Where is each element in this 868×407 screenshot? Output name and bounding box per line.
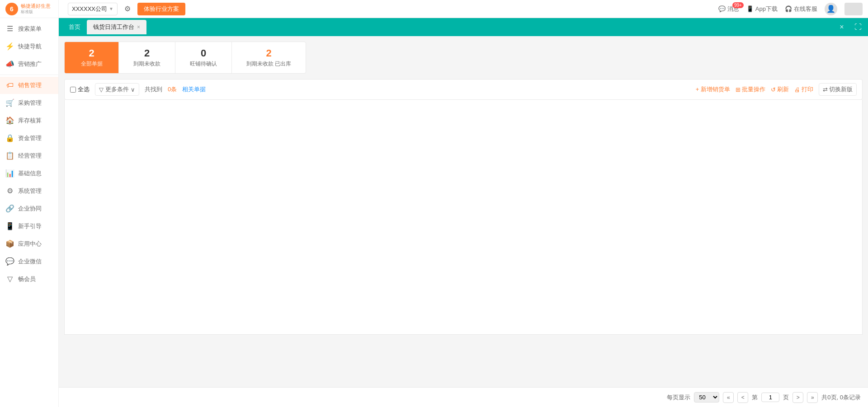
- sidebar-item-finance-label: 资金管理: [18, 134, 42, 142]
- stat-label-all: 全部单据: [79, 60, 104, 68]
- stat-label-overdue-out: 到期未收款 已出库: [246, 60, 291, 68]
- first-page-button[interactable]: «: [723, 392, 734, 403]
- page-size-label: 每页显示: [667, 393, 690, 402]
- select-all-input[interactable]: [70, 87, 76, 93]
- sidebar-item-search-label: 搜索菜单: [18, 25, 42, 33]
- refresh-label: 刷新: [777, 85, 789, 94]
- stat-num-pending: 0: [190, 47, 217, 59]
- switch-version-button[interactable]: ⇄ 切换新版: [819, 83, 857, 96]
- batch-icon: ⊞: [736, 86, 741, 93]
- stat-tab-overdue-out[interactable]: 2 到期未收款 已出库: [232, 42, 306, 73]
- message-icon: 💬: [718, 5, 726, 12]
- settings-button[interactable]: ⚙: [121, 3, 134, 15]
- message-badge: 99+: [732, 2, 744, 8]
- sidebar-item-appcenter[interactable]: 📦 应用中心: [0, 235, 58, 253]
- page-size-select[interactable]: 50 100 200: [694, 392, 719, 402]
- batch-operation-button[interactable]: ⊞ 批量操作: [736, 85, 765, 94]
- switch-label: 切换新版: [829, 85, 853, 94]
- app-download-label: App下载: [755, 5, 778, 13]
- sidebar-item-inventory[interactable]: 🏠 库存核算: [0, 112, 58, 129]
- company-selector[interactable]: XXXXXX公司 ▼: [68, 3, 118, 15]
- sidebar: 6 畅捷通好生意 标准版 ☰ 搜索菜单 ⚡ 快捷导航 📣 营销推广 🏷 销售管理…: [0, 0, 59, 407]
- enterprise-icon: 🔗: [5, 204, 14, 213]
- stats-tabs: 2 全部单据 2 到期未收款 0 旺铺待确认 2 到期未收款 已出库: [64, 42, 306, 74]
- sidebar-item-basic[interactable]: 📊 基础信息: [0, 164, 58, 182]
- print-icon: 🖨: [794, 86, 800, 93]
- print-button[interactable]: 🖨 打印: [794, 85, 813, 94]
- newguide-icon: 📱: [5, 222, 14, 230]
- related-link[interactable]: 相关单据: [182, 85, 206, 94]
- sidebar-item-marketing[interactable]: 📣 营销推广: [0, 55, 58, 73]
- stat-label-pending: 旺铺待确认: [190, 60, 217, 68]
- current-page-input[interactable]: [761, 393, 779, 402]
- sidebar-item-newguide[interactable]: 📱 新手引导: [0, 217, 58, 235]
- table-area: [64, 100, 863, 335]
- more-filter-button[interactable]: ▽ 更多条件 ∨: [95, 83, 139, 96]
- sidebar-item-wechat[interactable]: 💬 企业微信: [0, 253, 58, 270]
- select-all-label: 全选: [78, 85, 90, 94]
- sidebar-item-enterprise[interactable]: 🔗 企业协同: [0, 200, 58, 217]
- sidebar-item-system[interactable]: ⚙ 系统管理: [0, 182, 58, 200]
- sidebar-item-appcenter-label: 应用中心: [18, 240, 42, 248]
- sidebar-menu: ☰ 搜索菜单 ⚡ 快捷导航 📣 营销推广 🏷 销售管理 🛒 采购管理 🏠 库存核…: [0, 18, 58, 407]
- tab-home[interactable]: 首页: [62, 20, 87, 34]
- sidebar-item-purchase[interactable]: 🛒 采购管理: [0, 94, 58, 112]
- appcenter-icon: 📦: [5, 239, 14, 248]
- stat-num-overdue: 2: [133, 47, 160, 59]
- tab-work[interactable]: 钱货日清工作台 ×: [87, 20, 146, 34]
- avatar[interactable]: 👤: [825, 3, 837, 15]
- sidebar-item-search[interactable]: ☰ 搜索菜单: [0, 20, 58, 37]
- sidebar-item-member[interactable]: ▽ 畅会员: [0, 270, 58, 288]
- search-menu-icon: ☰: [5, 24, 14, 33]
- prev-page-button[interactable]: <: [737, 392, 748, 403]
- next-page-button[interactable]: >: [793, 392, 803, 403]
- system-icon: ⚙: [5, 187, 14, 195]
- batch-label: 批量操作: [742, 85, 765, 94]
- stat-tab-all[interactable]: 2 全部单据: [65, 42, 119, 73]
- sidebar-item-inventory-label: 库存核算: [18, 117, 42, 125]
- tab-expand-button[interactable]: ⛶: [852, 21, 864, 33]
- sidebar-logo-area: 6 畅捷通好生意 标准版: [0, 0, 58, 18]
- total-info: 共0页, 0条记录: [821, 393, 861, 402]
- sidebar-item-member-label: 畅会员: [18, 275, 36, 283]
- online-service-label: 在线客服: [794, 5, 817, 13]
- pagination-bar: 每页显示 50 100 200 « < 第 页 > » 共0页, 0条记录: [59, 387, 868, 407]
- sidebar-item-operation-label: 经营管理: [18, 152, 42, 160]
- tab-close-all-button[interactable]: ×: [835, 21, 848, 33]
- logo-app-name: 畅捷通好生意: [21, 3, 51, 9]
- user-name-area[interactable]: [844, 3, 863, 15]
- stat-tab-overdue[interactable]: 2 到期未收款: [119, 42, 175, 73]
- stat-label-overdue: 到期未收款: [133, 60, 160, 68]
- refresh-icon: ↺: [771, 86, 776, 93]
- app-download-button[interactable]: 📱 App下载: [746, 5, 778, 13]
- message-button[interactable]: 💬 消息 99+: [718, 5, 739, 13]
- add-sale-order-button[interactable]: + 新增销货单: [696, 85, 730, 94]
- sidebar-item-quicknav-label: 快捷导航: [18, 42, 42, 51]
- filter-icon: ▽: [99, 86, 104, 93]
- finance-icon: 🔒: [5, 134, 14, 142]
- divider-1: [0, 75, 58, 75]
- experience-plan-button[interactable]: 体验行业方案: [137, 3, 185, 15]
- top-bar: XXXXXX公司 ▼ ⚙ 体验行业方案 💬 消息 99+ 📱 App下载 🎧 在…: [0, 0, 868, 18]
- company-dropdown-icon: ▼: [109, 6, 113, 11]
- select-all-checkbox[interactable]: 全选: [70, 85, 90, 94]
- sidebar-item-newguide-label: 新手引导: [18, 222, 42, 230]
- marketing-icon: 📣: [5, 60, 14, 68]
- online-service-icon: 🎧: [785, 5, 792, 12]
- sidebar-item-operation[interactable]: 📋 经营管理: [0, 147, 58, 164]
- tab-work-close-icon[interactable]: ×: [137, 24, 140, 30]
- refresh-button[interactable]: ↺ 刷新: [771, 85, 789, 94]
- sidebar-item-finance[interactable]: 🔒 资金管理: [0, 129, 58, 147]
- quicknav-icon: ⚡: [5, 42, 14, 51]
- sidebar-item-sales[interactable]: 🏷 销售管理: [0, 77, 58, 94]
- sidebar-item-enterprise-label: 企业协同: [18, 205, 42, 213]
- last-page-button[interactable]: »: [807, 392, 818, 403]
- found-count: 0条: [168, 85, 177, 94]
- sidebar-item-quicknav[interactable]: ⚡ 快捷导航: [0, 37, 58, 55]
- filter-arrow-icon: ∨: [131, 86, 135, 93]
- page-text-2: 页: [783, 393, 789, 402]
- basic-icon: 📊: [5, 169, 14, 178]
- online-service-button[interactable]: 🎧 在线客服: [785, 5, 817, 13]
- switch-icon: ⇄: [823, 86, 828, 93]
- stat-tab-pending[interactable]: 0 旺铺待确认: [175, 42, 232, 73]
